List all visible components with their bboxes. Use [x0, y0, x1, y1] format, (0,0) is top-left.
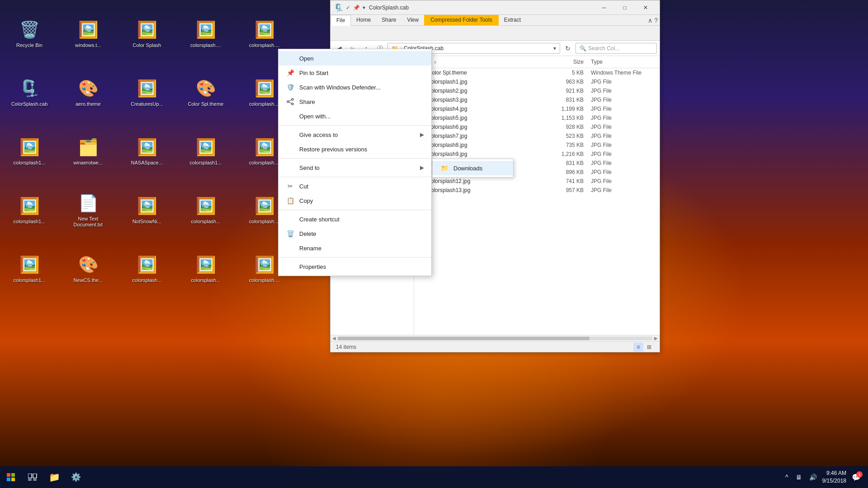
- svg-line-4: [289, 102, 292, 103]
- ctx-share[interactable]: Share: [278, 94, 431, 109]
- tab-share[interactable]: Share: [376, 15, 401, 25]
- ctx-rename[interactable]: Rename: [278, 241, 431, 255]
- tab-extract[interactable]: Extract: [499, 15, 526, 25]
- ctx-give-access[interactable]: Give access to ▶: [278, 127, 431, 142]
- colorsplash1e-label: colorsplash1...: [14, 277, 46, 283]
- file-row[interactable]: 🖼️colorsplash12.jpg 741 KB JPG File: [414, 177, 660, 186]
- col-header-type[interactable]: Type: [587, 58, 660, 66]
- ribbon-collapse-icon[interactable]: ∧: [648, 17, 652, 24]
- file-row[interactable]: 🖼️colorsplash5.jpg 1,153 KB JPG File: [414, 113, 660, 122]
- tray-speaker-icon[interactable]: 🔊: [807, 471, 819, 483]
- desktop-icon-colorsplash1e[interactable]: 🖼️ colorsplash1...: [5, 239, 54, 298]
- ctx-cut[interactable]: ✂ Cut: [278, 179, 431, 193]
- file-row[interactable]: 🖼️colorsplash1.jpg 963 KB JPG File: [414, 77, 660, 86]
- taskbar-settings-button[interactable]: ⚙️: [65, 466, 87, 488]
- ctx-pin-to-start[interactable]: 📌 Pin to Start: [278, 66, 431, 80]
- desktop-icon-nasa[interactable]: 🖼️ NASASpace...: [122, 122, 172, 181]
- ribbon-help-icon[interactable]: ?: [654, 17, 658, 24]
- scroll-right-btn[interactable]: ▶: [654, 336, 658, 341]
- ctx-delete[interactable]: 🗑️ Delete: [278, 226, 431, 241]
- desktop-icon-new-text[interactable]: 📄 New Text Document.txt: [63, 181, 113, 239]
- ctx-properties[interactable]: Properties: [278, 259, 431, 274]
- ribbon-tab-bar: File Home Share View Compressed Folder T…: [330, 15, 660, 26]
- svg-point-0: [292, 99, 293, 100]
- taskbar-notification-button[interactable]: 💬 1: [850, 471, 863, 483]
- desktop-icon-aero[interactable]: 🎨 aero.theme: [63, 63, 113, 122]
- address-dropdown-icon[interactable]: ▾: [553, 45, 556, 52]
- desktop-icon-colorsplash-cab[interactable]: 🗜️ ColorSplash.cab: [5, 63, 54, 122]
- pin-btn[interactable]: 📌: [353, 5, 360, 11]
- desktop-icon-notsnow[interactable]: 🖼️ NotSnowNi...: [122, 181, 172, 239]
- colorsplash1b-label: colorsplash1...: [14, 160, 46, 166]
- desktop-icon-newcs[interactable]: 🎨 NewCS.the...: [63, 239, 113, 298]
- dropdown-btn[interactable]: ▾: [363, 5, 365, 11]
- desktop-icon-colorsplash5[interactable]: 🖼️ colorsplash...: [181, 181, 231, 239]
- ctx-open[interactable]: Open: [278, 51, 431, 66]
- tab-home[interactable]: Home: [351, 15, 376, 25]
- desktop-icon-colorsplash8[interactable]: 🖼️ colorsplash...: [181, 239, 231, 298]
- file-size: 831 KB: [547, 160, 587, 166]
- nav-refresh-button[interactable]: ↻: [562, 42, 574, 54]
- ctx-delete-label: Delete: [299, 230, 316, 237]
- desktop-icon-color-splash[interactable]: 🖼️ Color Splash: [122, 5, 172, 63]
- ctx-create-shortcut[interactable]: Create shortcut: [278, 212, 431, 226]
- ctx-open-label: Open: [299, 55, 314, 62]
- minimize-button[interactable]: ─: [594, 0, 614, 15]
- taskbar-clock[interactable]: 9:46 AM 9/15/2018: [822, 469, 846, 485]
- ctx-copy[interactable]: 📋 Copy: [278, 193, 431, 208]
- newcs-label: NewCS.the...: [74, 277, 103, 283]
- tray-show-hidden-icons[interactable]: ^: [783, 471, 790, 483]
- folder-icon: 🗜️: [334, 3, 343, 12]
- tab-compressed-folder-tools[interactable]: Compressed Folder Tools: [424, 15, 499, 25]
- file-row[interactable]: 🖼️colorsplash13.jpg 957 KB JPG File: [414, 186, 660, 195]
- horizontal-scrollbar[interactable]: ◀ ▶: [330, 335, 660, 341]
- title-bar-left: 🗜️ ✓ 📌 ▾: [334, 3, 365, 12]
- new-text-icon: 📄: [77, 192, 99, 214]
- desktop-icon-winaerotweak[interactable]: 🗂️ winaerotwe...: [63, 122, 113, 181]
- desktop-icon-colorsplash1[interactable]: 🖼️ colorsplash....: [181, 5, 231, 63]
- search-placeholder-text: Search Col...: [588, 45, 619, 52]
- task-view-button[interactable]: [22, 466, 43, 488]
- file-row[interactable]: 🖼️colorsplash9.jpg 1,216 KB JPG File: [414, 150, 660, 159]
- aero-icon: 🎨: [77, 78, 99, 99]
- file-row[interactable]: 🖼️colorsplash7.jpg 523 KB JPG File: [414, 131, 660, 141]
- tab-file[interactable]: File: [330, 15, 351, 26]
- ctx-submenu-downloads[interactable]: 📁 Downloads: [433, 161, 513, 175]
- file-type: JPG File: [587, 133, 660, 139]
- file-row[interactable]: 🎨Color Spl.theme 5 KB Windows Theme File: [414, 68, 660, 77]
- close-button[interactable]: ✕: [635, 0, 656, 15]
- scroll-left-btn[interactable]: ◀: [332, 336, 336, 341]
- svg-rect-12: [33, 479, 37, 481]
- ctx-send-to[interactable]: Send to ▶ 📁 Downloads: [278, 160, 431, 175]
- taskbar-file-explorer-button[interactable]: 📁: [43, 466, 65, 488]
- tray-network-icon[interactable]: 🖥: [794, 471, 804, 483]
- file-row[interactable]: 🖼️colorsplash4.jpg 1,199 KB JPG File: [414, 104, 660, 113]
- quick-access-btn[interactable]: ✓: [346, 5, 350, 11]
- ctx-restore-previous[interactable]: Restore previous versions: [278, 142, 431, 156]
- ctx-scan-defender[interactable]: 🛡️ Scan with Windows Defender...: [278, 80, 431, 94]
- desktop-icon-creatures[interactable]: 🖼️ CreaturesUp...: [122, 63, 172, 122]
- desktop-icon-colorsplash1b[interactable]: 🖼️ colorsplash1...: [5, 122, 54, 181]
- details-view-btn[interactable]: ≡: [633, 343, 643, 352]
- desktop-icon-colorspl-theme[interactable]: 🎨 Color Spl.theme: [181, 63, 231, 122]
- maximize-button[interactable]: □: [614, 0, 635, 15]
- file-row[interactable]: 🖼️colorsplash2.jpg 921 KB JPG File: [414, 86, 660, 95]
- desktop-icon-colorsplash1c[interactable]: 🖼️ colorsplash1...: [181, 122, 231, 181]
- search-box[interactable]: 🔍 Search Col...: [576, 43, 657, 54]
- desktop-icon-colorsplash7[interactable]: 🖼️ colorsplash...: [122, 239, 172, 298]
- creatures-label: CreaturesUp...: [131, 101, 163, 107]
- start-button[interactable]: [0, 466, 22, 488]
- file-size: 963 KB: [547, 79, 587, 85]
- file-row[interactable]: 🖼️colorsplash6.jpg 928 KB JPG File: [414, 122, 660, 131]
- large-icons-view-btn[interactable]: ⊞: [644, 343, 654, 352]
- tab-view[interactable]: View: [401, 15, 424, 25]
- desktop-icon-recycle-bin[interactable]: 🗑️ Recycle Bin: [5, 5, 54, 63]
- col-header-size[interactable]: Size: [547, 58, 587, 66]
- file-row[interactable]: 🖼️colorsplash3.jpg 831 KB JPG File: [414, 95, 660, 104]
- col-header-name[interactable]: Name ∧: [414, 58, 547, 66]
- ctx-open-with[interactable]: Open with...: [278, 109, 431, 123]
- file-row[interactable]: 🖼️colorsplash8.jpg 735 KB JPG File: [414, 141, 660, 150]
- file-type: JPG File: [587, 169, 660, 175]
- desktop-icon-windows-t[interactable]: 🖼️ windows.t...: [63, 5, 113, 63]
- desktop-icon-colorsplash1d[interactable]: 🖼️ colorsplash1...: [5, 181, 54, 239]
